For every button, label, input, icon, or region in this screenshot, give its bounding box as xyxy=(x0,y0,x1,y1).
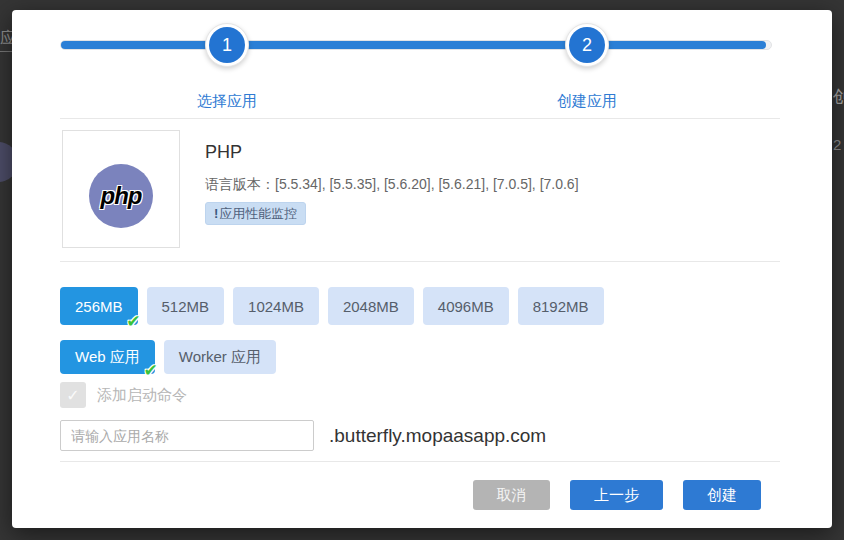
memory-options-row: 256MB ✔ 512MB 1024MB 2048MB 4096MB 8192M… xyxy=(60,287,604,325)
cancel-button[interactable]: 取消 xyxy=(473,480,550,510)
app-type-option-web[interactable]: Web 应用 ✔ xyxy=(60,340,155,374)
step-2-circle[interactable]: 2 xyxy=(565,23,609,67)
step-1-label[interactable]: 选择应用 xyxy=(167,92,287,111)
step-1-circle[interactable]: 1 xyxy=(205,23,249,67)
startup-command-label: 添加启动命令 xyxy=(97,386,187,405)
apm-badge-label: 应用性能监控 xyxy=(219,206,297,221)
check-icon: ✓ xyxy=(66,386,79,405)
background-partial-text: 应 xyxy=(0,28,12,52)
memory-option-label: 2048MB xyxy=(343,298,399,315)
versions-list: [5.5.34], [5.5.35], [5.6.20], [5.6.21], … xyxy=(275,176,579,192)
php-logo-text: php xyxy=(101,182,142,210)
memory-option-label: 8192MB xyxy=(533,298,589,315)
stepper-track xyxy=(60,40,772,50)
divider xyxy=(60,118,780,119)
check-icon: ✔ xyxy=(126,311,140,332)
step-2-label[interactable]: 创建应用 xyxy=(527,92,647,111)
app-name-row: .butterfly.mopaasapp.com xyxy=(60,420,546,451)
previous-step-button[interactable]: 上一步 xyxy=(570,480,663,510)
memory-option-label: 4096MB xyxy=(438,298,494,315)
step-1-number: 1 xyxy=(209,27,245,63)
create-app-modal: 1 2 选择应用 创建应用 php PHP 语言版本：[5.5.34], [5.… xyxy=(12,10,832,528)
divider xyxy=(60,461,780,462)
app-type-option-label: Web 应用 xyxy=(75,348,140,365)
exclamation-icon: ! xyxy=(214,206,218,221)
stepper-progress-bar xyxy=(61,41,766,49)
app-type-option-label: Worker 应用 xyxy=(179,348,261,365)
background-partial-text: 2 xyxy=(833,136,844,156)
php-logo-icon: php xyxy=(89,164,153,228)
versions-label: 语言版本： xyxy=(205,176,275,192)
apm-badge: !应用性能监控 xyxy=(205,202,306,225)
memory-option-256mb[interactable]: 256MB ✔ xyxy=(60,287,138,325)
check-icon: ✔ xyxy=(144,360,158,381)
create-button[interactable]: 创建 xyxy=(683,480,761,510)
memory-option-8192mb[interactable]: 8192MB xyxy=(518,287,604,325)
memory-option-label: 256MB xyxy=(75,298,123,315)
step-2-number: 2 xyxy=(569,27,605,63)
app-type-options-row: Web 应用 ✔ Worker 应用 xyxy=(60,340,276,374)
memory-option-1024mb[interactable]: 1024MB xyxy=(233,287,319,325)
memory-option-4096mb[interactable]: 4096MB xyxy=(423,287,509,325)
background-partial-text: 创 xyxy=(833,85,844,107)
memory-option-label: 512MB xyxy=(162,298,210,315)
divider xyxy=(60,261,780,262)
startup-command-checkbox[interactable]: ✓ xyxy=(60,382,86,408)
domain-suffix: .butterfly.mopaasapp.com xyxy=(329,425,546,447)
memory-option-label: 1024MB xyxy=(248,298,304,315)
app-versions: 语言版本：[5.5.34], [5.5.35], [5.6.20], [5.6.… xyxy=(205,176,579,194)
app-type-option-worker[interactable]: Worker 应用 xyxy=(164,340,276,374)
startup-command-row: ✓ 添加启动命令 xyxy=(60,382,187,408)
memory-option-2048mb[interactable]: 2048MB xyxy=(328,287,414,325)
app-name-input[interactable] xyxy=(60,420,314,451)
selected-app-card: php xyxy=(62,130,180,248)
app-name: PHP xyxy=(205,142,242,163)
memory-option-512mb[interactable]: 512MB xyxy=(147,287,225,325)
